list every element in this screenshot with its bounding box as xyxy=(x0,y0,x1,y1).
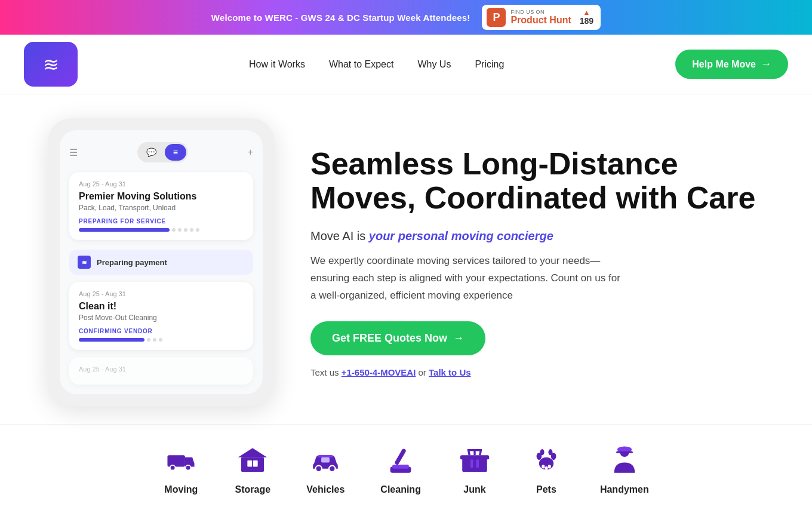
service-item-vehicles[interactable]: Vehicles xyxy=(306,443,345,495)
svg-rect-7 xyxy=(253,460,258,466)
card2-date: Aug 25 - Aug 31 xyxy=(79,290,244,297)
svg-rect-32 xyxy=(616,451,633,453)
phone-inner: ☰ 💬 ≡ + Aug 25 - Aug 31 Premier Moving S… xyxy=(60,130,263,394)
site-logo[interactable]: ≋ xyxy=(24,42,78,87)
product-hunt-badge[interactable]: P FIND US ON Product Hunt ▲ 189 xyxy=(482,5,601,30)
svg-rect-11 xyxy=(394,448,407,465)
nav-why-us[interactable]: Why Us xyxy=(417,59,451,69)
nav-pricing[interactable]: Pricing xyxy=(475,59,504,69)
progress-dot xyxy=(178,228,182,232)
svg-point-9 xyxy=(329,466,335,472)
svg-rect-13 xyxy=(392,465,409,469)
service-item-storage[interactable]: Storage xyxy=(235,443,270,495)
storage-icon xyxy=(235,443,270,478)
card3-date: Aug 25 - Aug 31 xyxy=(79,365,244,373)
toolbar-tabs: 💬 ≡ xyxy=(137,142,188,162)
card1-status: PREPARING FOR SERVICE xyxy=(79,218,244,225)
main-nav: ≋ How it Works What to Expect Why Us Pri… xyxy=(0,35,812,94)
progress-dot xyxy=(153,338,156,342)
banner-text: Welcome to WERC - GWS 24 & DC Startup We… xyxy=(211,13,470,23)
progress-dot xyxy=(159,338,162,342)
card2-sub: Post Move-Out Cleaning xyxy=(79,314,244,322)
broom-icon xyxy=(383,443,419,478)
ph-triangle-icon: ▲ xyxy=(583,9,590,16)
card2-title: Clean it! xyxy=(79,301,244,312)
phone-toolbar: ☰ 💬 ≡ + xyxy=(69,140,253,165)
contact-text: Text us xyxy=(310,367,342,377)
hero-desc: We expertly coordinate moving services t… xyxy=(310,253,621,305)
hero-content: Seamless Long-Distance Moves, Coordinate… xyxy=(310,147,764,377)
tab-list-icon[interactable]: ≡ xyxy=(165,144,186,161)
hero-subtitle: Move AI is your personal moving concierg… xyxy=(310,229,764,243)
hero-subtitle-highlight: your personal moving concierge xyxy=(369,229,553,242)
worker-icon xyxy=(607,443,642,478)
card1-sub: Pack, Load, Transport, Unload xyxy=(79,204,244,212)
hero-title: Seamless Long-Distance Moves, Coordinate… xyxy=(310,147,764,215)
service-item-moving[interactable]: Moving xyxy=(163,443,199,495)
progress-dot xyxy=(190,228,193,232)
hero-subtitle-plain: Move AI is xyxy=(310,229,369,242)
service-label-handymen: Handymen xyxy=(600,484,649,495)
svg-point-8 xyxy=(316,466,322,472)
svg-point-2 xyxy=(170,465,176,471)
service-label-storage: Storage xyxy=(235,484,271,495)
progress-filled-bar xyxy=(79,228,170,232)
nav-what-to-expect[interactable]: What to Expect xyxy=(329,59,394,69)
progress-dot xyxy=(172,228,176,232)
svg-rect-14 xyxy=(462,457,487,472)
nav-help-me-move-button[interactable]: Help Me Move → xyxy=(675,50,788,79)
get-free-quotes-button[interactable]: Get FREE Quotes Now → xyxy=(310,321,485,355)
card2-progress-bar xyxy=(79,338,144,342)
service-item-cleaning[interactable]: Cleaning xyxy=(380,443,421,495)
payment-row: ≋ Preparing payment xyxy=(69,250,253,275)
svg-marker-4 xyxy=(238,448,267,457)
menu-icon: ☰ xyxy=(69,147,78,158)
progress-dot xyxy=(184,228,187,232)
ph-count-badge: ▲ 189 xyxy=(580,9,593,26)
talk-to-us-link[interactable]: Talk to Us xyxy=(429,367,471,377)
card1-title: Premier Moving Solutions xyxy=(79,191,244,202)
moving-icon xyxy=(163,443,199,478)
progress-dot xyxy=(196,228,199,232)
svg-point-25 xyxy=(540,449,545,455)
phone-card-cleaning: Aug 25 - Aug 31 Clean it! Post Move-Out … xyxy=(69,282,253,350)
nav-how-it-works[interactable]: How it Works xyxy=(249,59,305,69)
svg-point-28 xyxy=(545,466,548,470)
service-label-cleaning: Cleaning xyxy=(380,484,421,495)
ph-name-label: Product Hunt xyxy=(510,15,571,26)
top-banner: Welcome to WERC - GWS 24 & DC Startup We… xyxy=(0,0,812,35)
service-label-pets: Pets xyxy=(536,484,556,495)
service-label-vehicles: Vehicles xyxy=(306,484,345,495)
card1-date: Aug 25 - Aug 31 xyxy=(79,180,244,188)
service-item-junk[interactable]: Junk xyxy=(457,443,493,495)
add-icon[interactable]: + xyxy=(248,147,253,158)
paw-icon xyxy=(528,443,564,478)
svg-rect-0 xyxy=(168,455,185,466)
logo-waves-icon: ≋ xyxy=(43,53,59,76)
cta-arrow-icon: → xyxy=(453,332,464,345)
payment-logo-icon: ≋ xyxy=(78,256,91,269)
services-bar: Moving Storage Vehicles xyxy=(0,424,812,507)
arrow-right-icon: → xyxy=(761,58,771,70)
card1-progress xyxy=(79,228,244,232)
junk-icon xyxy=(457,443,493,478)
progress-dots xyxy=(172,228,199,232)
card2-progress-dots xyxy=(147,338,162,342)
service-item-pets[interactable]: Pets xyxy=(528,443,564,495)
tab-chat-icon[interactable]: 💬 xyxy=(139,144,164,161)
contact-row: Text us +1-650-4-MOVEAI or Talk to Us xyxy=(310,367,764,377)
service-label-moving: Moving xyxy=(164,484,198,495)
phone-mockup: ☰ 💬 ≡ + Aug 25 - Aug 31 Premier Moving S… xyxy=(48,118,275,406)
ph-find-label: FIND US ON xyxy=(510,9,571,15)
svg-point-29 xyxy=(548,465,551,468)
contact-or: or xyxy=(419,367,429,377)
contact-phone-link[interactable]: +1-650-4-MOVEAI xyxy=(342,367,416,377)
card2-progress xyxy=(79,338,244,342)
svg-rect-20 xyxy=(470,459,473,468)
payment-text: Preparing payment xyxy=(97,258,167,267)
ph-number: 189 xyxy=(580,16,593,26)
product-hunt-text: FIND US ON Product Hunt xyxy=(510,9,571,26)
service-item-handymen[interactable]: Handymen xyxy=(600,443,649,495)
svg-rect-10 xyxy=(321,457,330,463)
svg-rect-21 xyxy=(476,459,479,468)
